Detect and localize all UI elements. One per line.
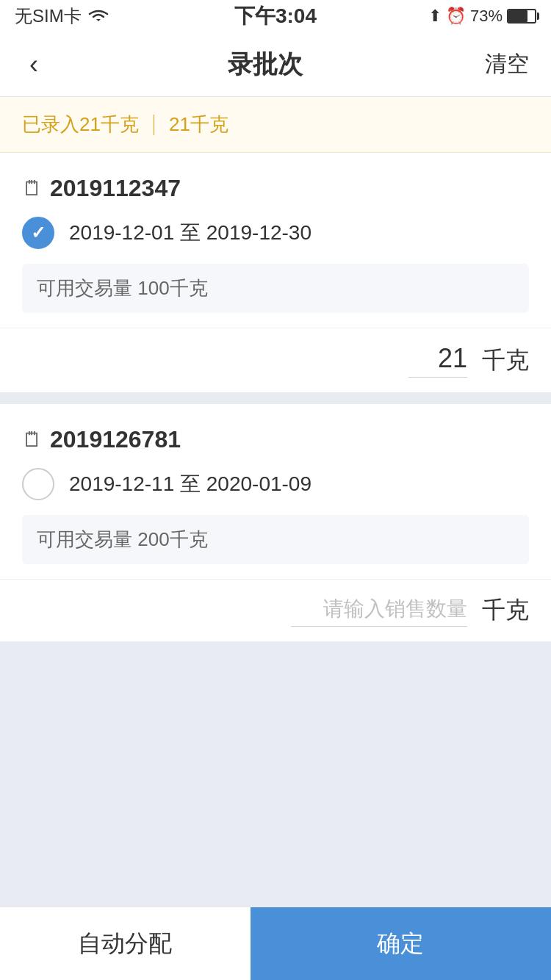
batch-row-2: 2019-12-11 至 2020-01-09 — [0, 461, 551, 508]
status-bar: 无SIM卡 下午3:04 ⬆ ⏰ 73% — [0, 0, 551, 32]
batch-row-1: 2019-12-01 至 2019-12-30 — [0, 209, 551, 256]
battery-percent: 73% — [470, 7, 503, 26]
section-divider — [0, 392, 551, 404]
batch-id-1: 2019112347 — [50, 175, 181, 202]
unit-2: 千克 — [482, 594, 529, 627]
total-amount: 21千克 — [169, 112, 228, 137]
batch-date-1: 2019-12-01 至 2019-12-30 — [69, 219, 311, 247]
back-button[interactable]: ‹ — [22, 42, 46, 87]
batch-header-2: 🗒 2019126781 — [0, 404, 551, 461]
bottom-bar: 自动分配 确定 — [0, 907, 551, 980]
time-display: 下午3:04 — [234, 2, 317, 30]
quantity-value-1[interactable]: 21 — [408, 343, 467, 378]
input-row-2: 请输入销售数量 千克 — [0, 579, 551, 641]
alarm-icon: ⏰ — [446, 7, 466, 26]
clear-button[interactable]: 清空 — [485, 49, 529, 79]
availability-1: 可用交易量 100千克 — [22, 264, 529, 313]
network-label: 无SIM卡 — [15, 4, 82, 28]
radio-btn-1[interactable] — [22, 217, 54, 249]
batch-card-1: 🗒 2019112347 2019-12-01 至 2019-12-30 可用交… — [0, 153, 551, 392]
wifi-icon — [87, 8, 109, 24]
radio-btn-2[interactable] — [22, 468, 54, 500]
input-row-1: 21 千克 — [0, 328, 551, 392]
batch-header-1: 🗒 2019112347 — [0, 153, 551, 209]
status-left: 无SIM卡 — [15, 4, 109, 28]
auto-distribute-button[interactable]: 自动分配 — [0, 907, 251, 980]
location-icon: ⬆ — [428, 7, 442, 26]
info-divider — [154, 115, 154, 135]
quantity-input-2[interactable]: 请输入销售数量 — [291, 595, 467, 627]
recorded-amount: 已录入21千克 — [22, 112, 139, 137]
confirm-button[interactable]: 确定 — [251, 907, 551, 980]
batch-doc-icon-1: 🗒 — [22, 176, 43, 201]
info-banner: 已录入21千克 21千克 — [0, 97, 551, 153]
page-title: 录批次 — [228, 48, 303, 82]
batch-card-2: 🗒 2019126781 2019-12-11 至 2020-01-09 可用交… — [0, 404, 551, 641]
batch-doc-icon-2: 🗒 — [22, 428, 43, 452]
nav-bar: ‹ 录批次 清空 — [0, 32, 551, 97]
status-right: ⬆ ⏰ 73% — [428, 7, 536, 26]
availability-2: 可用交易量 200千克 — [22, 515, 529, 564]
empty-area — [0, 641, 551, 950]
batch-date-2: 2019-12-11 至 2020-01-09 — [69, 470, 311, 498]
unit-1: 千克 — [482, 345, 529, 377]
battery-icon — [507, 9, 536, 24]
batch-id-2: 2019126781 — [50, 426, 181, 453]
